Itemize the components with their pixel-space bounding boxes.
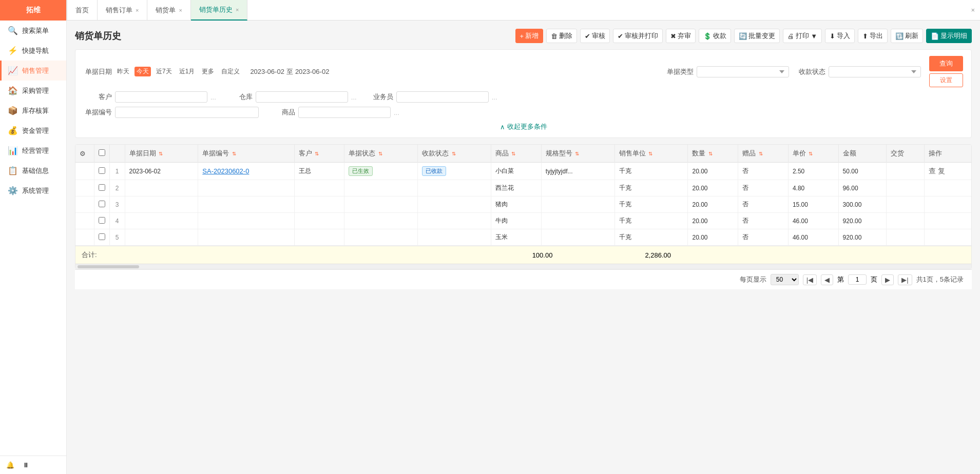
filter-date: 单据日期 昨天 今天 近7天 近1月 更多 自定义 bbox=[84, 67, 242, 76]
audit-button[interactable]: ✔ 审核 bbox=[580, 29, 610, 43]
th-date[interactable]: 单据日期 ⇅ bbox=[125, 145, 198, 163]
date-shortcuts: 昨天 今天 近7天 近1月 更多 自定义 bbox=[115, 67, 242, 76]
last-page-button[interactable]: ▶| bbox=[898, 274, 912, 285]
settings-button[interactable]: 设置 bbox=[929, 73, 963, 87]
th-qty[interactable]: 数量 ⇅ bbox=[688, 145, 738, 163]
th-unit-label: 销售单位 bbox=[619, 149, 646, 157]
shortcut-yesterday[interactable]: 昨天 bbox=[115, 67, 131, 76]
sidebar-item-quick-nav[interactable]: ⚡ 快捷导航 bbox=[0, 41, 66, 61]
query-button[interactable]: 查询 bbox=[929, 56, 963, 71]
row-checkbox[interactable] bbox=[99, 167, 105, 174]
scroll-bar-area[interactable] bbox=[75, 264, 971, 269]
row-checkbox[interactable] bbox=[99, 233, 105, 240]
import-button[interactable]: ⬇ 导入 bbox=[825, 29, 855, 43]
new-button[interactable]: + 新增 bbox=[515, 29, 544, 43]
sidebar-item-operations[interactable]: 📊 经营管理 bbox=[0, 141, 66, 161]
tab-sales-history-close[interactable]: × bbox=[236, 7, 239, 13]
collapse-icon: ∧ bbox=[500, 123, 505, 131]
shortcut-more[interactable]: 更多 bbox=[200, 67, 216, 76]
export-button[interactable]: ⬆ 导出 bbox=[858, 29, 888, 43]
page-number-input[interactable] bbox=[848, 274, 867, 285]
sidebar-item-finance[interactable]: 💰 资金管理 bbox=[0, 121, 66, 141]
sidebar-item-sys-mgmt[interactable]: ⚙️ 系统管理 bbox=[0, 181, 66, 201]
th-num bbox=[109, 145, 125, 163]
td-cell bbox=[125, 196, 198, 213]
td-cell: 否 bbox=[738, 196, 789, 213]
td-checkbox bbox=[94, 163, 109, 180]
td-cell bbox=[418, 229, 491, 246]
sidebar-item-search-menu[interactable]: 🔍 搜索菜单 bbox=[0, 21, 66, 41]
th-goods-label: 商品 bbox=[495, 149, 509, 157]
print-button[interactable]: 🖨 打印 ▼ bbox=[783, 29, 822, 43]
warehouse-input[interactable] bbox=[256, 91, 348, 103]
sort-spec-icon: ⇅ bbox=[575, 151, 579, 156]
tab-bar-close-all[interactable]: × bbox=[971, 6, 980, 14]
th-goods[interactable]: 商品 ⇅ bbox=[491, 145, 542, 163]
th-doc-status[interactable]: 单据状态 ⇅ bbox=[344, 145, 418, 163]
tab-sales-history[interactable]: 销货单历史 × bbox=[191, 0, 247, 21]
td-cell bbox=[198, 229, 294, 246]
collapse-button[interactable]: ∧ 收起更多条件 bbox=[84, 122, 963, 131]
salesperson-dots[interactable]: ... bbox=[492, 93, 497, 101]
shortcut-1month[interactable]: 近1月 bbox=[177, 67, 197, 76]
finance-icon: 💰 bbox=[8, 126, 18, 135]
doc-type-select[interactable] bbox=[697, 66, 789, 77]
audit-print-button[interactable]: ✔ 审核并打印 bbox=[613, 29, 663, 43]
th-doc-no[interactable]: 单据编号 ⇅ bbox=[198, 145, 294, 163]
sidebar-bottom-icon2[interactable]: ⏸ bbox=[23, 461, 29, 469]
row-checkbox[interactable] bbox=[99, 184, 105, 191]
shortcut-custom[interactable]: 自定义 bbox=[219, 67, 242, 76]
batch-change-button[interactable]: 🔄 批量变更 bbox=[734, 29, 780, 43]
salesperson-input[interactable] bbox=[396, 91, 489, 103]
shortcut-today[interactable]: 今天 bbox=[134, 67, 151, 76]
th-settings[interactable]: ⚙ bbox=[75, 145, 94, 163]
tab-sales-order[interactable]: 销售订单 × bbox=[98, 0, 147, 21]
customer-input[interactable] bbox=[115, 91, 207, 103]
sidebar-item-sales-mgmt[interactable]: 📈 销售管理 bbox=[0, 61, 66, 81]
prev-page-button[interactable]: ◀ bbox=[821, 274, 833, 285]
customer-dots[interactable]: ... bbox=[210, 93, 216, 101]
copy-action[interactable]: 复 bbox=[938, 167, 945, 175]
delete-button[interactable]: 🗑 删除 bbox=[546, 29, 577, 43]
sidebar-item-label: 库存核算 bbox=[22, 106, 49, 115]
collect-button[interactable]: 💲 收款 bbox=[699, 29, 731, 43]
abandon-button[interactable]: ✖ 弃审 bbox=[666, 29, 696, 43]
td-cell bbox=[418, 180, 491, 196]
row-checkbox[interactable] bbox=[99, 201, 105, 207]
th-pay-status[interactable]: 收款状态 ⇅ bbox=[418, 145, 491, 163]
th-spec[interactable]: 规格型号 ⇅ bbox=[541, 145, 614, 163]
page-size-select[interactable]: 20 50 100 bbox=[771, 274, 799, 285]
th-unit-price[interactable]: 单价 ⇅ bbox=[788, 145, 838, 163]
shortcut-7days[interactable]: 近7天 bbox=[154, 67, 174, 76]
th-amount-label: 金额 bbox=[843, 149, 856, 157]
goods-dots[interactable]: ... bbox=[394, 109, 399, 116]
tab-sales-goods-close[interactable]: × bbox=[179, 7, 182, 13]
th-customer-label: 客户 bbox=[299, 149, 312, 157]
view-action[interactable]: 查 bbox=[929, 167, 936, 175]
show-detail-button[interactable]: 📄 显示明细 bbox=[926, 29, 972, 43]
sidebar-bottom-icon1[interactable]: 🔔 bbox=[6, 461, 14, 469]
select-all-checkbox[interactable] bbox=[99, 149, 105, 156]
td-cell bbox=[198, 180, 294, 196]
first-page-button[interactable]: |◀ bbox=[803, 274, 817, 285]
tab-home[interactable]: 首页 bbox=[67, 0, 98, 21]
doc-no-link[interactable]: SA-20230602-0 bbox=[202, 167, 249, 175]
sidebar-item-purchase-mgmt[interactable]: 🏠 采购管理 bbox=[0, 81, 66, 101]
tab-sales-order-close[interactable]: × bbox=[136, 7, 139, 13]
tab-sales-goods[interactable]: 销货单 × bbox=[147, 0, 190, 21]
th-checkbox[interactable] bbox=[94, 145, 109, 163]
sidebar-item-inventory[interactable]: 📦 库存核算 bbox=[0, 101, 66, 121]
row-checkbox[interactable] bbox=[99, 217, 105, 224]
goods-input[interactable] bbox=[298, 107, 391, 118]
th-gift[interactable]: 赠品 ⇅ bbox=[738, 145, 789, 163]
refresh-button[interactable]: 🔃 刷新 bbox=[891, 29, 923, 43]
next-page-button[interactable]: ▶ bbox=[881, 274, 894, 285]
sidebar-item-base-info[interactable]: 📋 基础信息 bbox=[0, 161, 66, 181]
th-unit[interactable]: 销售单位 ⇅ bbox=[614, 145, 688, 163]
pay-status-select[interactable] bbox=[829, 66, 921, 77]
th-customer[interactable]: 客户 ⇅ bbox=[294, 145, 344, 163]
scroll-thumb[interactable] bbox=[78, 265, 139, 268]
warehouse-dots[interactable]: ... bbox=[351, 93, 357, 101]
doc-number-input[interactable] bbox=[115, 107, 259, 118]
query-settings: 查询 设置 bbox=[929, 56, 963, 87]
